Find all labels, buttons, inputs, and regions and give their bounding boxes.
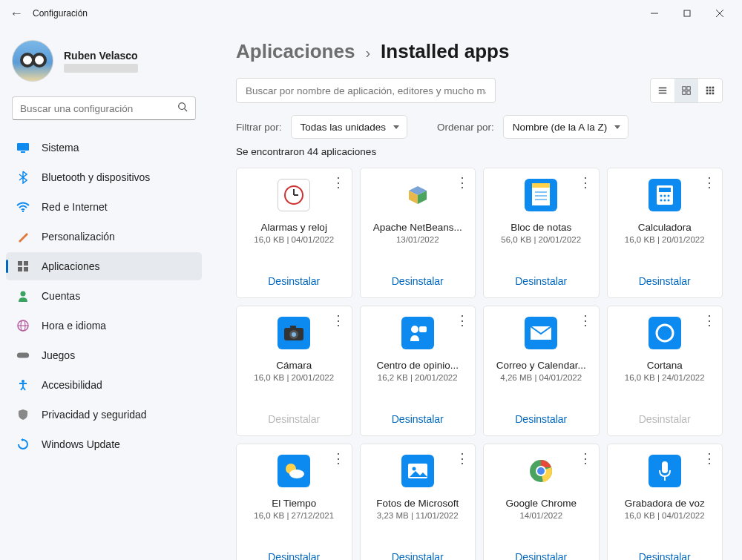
app-name: Apache NetBeans... — [367, 222, 470, 233]
uninstall-button[interactable]: Desinstalar — [392, 275, 444, 287]
breadcrumb-parent[interactable]: Aplicaciones — [236, 40, 355, 63]
app-meta: 13/01/2022 — [396, 235, 439, 244]
app-grid: ⋮Alarmas y reloj16,0 KB | 04/01/2022Desi… — [236, 168, 723, 560]
view-grid-medium-button[interactable] — [674, 79, 698, 102]
globe-icon — [16, 319, 30, 332]
more-options-button[interactable]: ⋮ — [454, 312, 469, 329]
more-options-button[interactable]: ⋮ — [578, 174, 593, 191]
more-options-button[interactable]: ⋮ — [578, 312, 593, 329]
svg-point-55 — [411, 326, 418, 333]
more-options-button[interactable]: ⋮ — [454, 174, 469, 191]
sidebar-item-update[interactable]: Windows Update — [6, 430, 202, 458]
uninstall-button[interactable]: Desinstalar — [515, 551, 567, 560]
svg-rect-52 — [290, 326, 296, 329]
sidebar-item-globe[interactable]: Hora e idioma — [6, 312, 202, 340]
svg-rect-17 — [17, 352, 29, 358]
sidebar-item-apps[interactable]: Aplicaciones — [6, 252, 202, 280]
svg-rect-7 — [21, 151, 25, 153]
svg-rect-56 — [419, 326, 427, 332]
uninstall-button[interactable]: Desinstalar — [268, 275, 320, 287]
app-card[interactable]: ⋮El Tiempo16,0 KB | 27/12/2021Desinstala… — [236, 444, 352, 560]
more-options-button[interactable]: ⋮ — [331, 450, 346, 467]
app-card[interactable]: ⋮Calculadora16,0 KB | 20/01/2022Desinsta… — [607, 168, 723, 298]
sidebar-item-label: Personalización — [42, 231, 115, 243]
app-name: Cortana — [614, 360, 717, 371]
sidebar-item-shield[interactable]: Privacidad y seguridad — [6, 401, 202, 429]
svg-point-65 — [537, 467, 545, 475]
app-card[interactable]: ⋮Apache NetBeans...13/01/2022Desinstalar — [360, 168, 476, 298]
svg-point-62 — [412, 467, 416, 471]
sidebar-item-wifi[interactable]: Red e Internet — [6, 193, 202, 221]
more-options-button[interactable]: ⋮ — [701, 450, 716, 467]
uninstall-button[interactable]: Desinstalar — [392, 551, 444, 560]
uninstall-button[interactable]: Desinstalar — [392, 413, 444, 425]
uninstall-button[interactable]: Desinstalar — [515, 413, 567, 425]
profile[interactable]: Ruben Velasco — [6, 37, 202, 96]
app-card[interactable]: ⋮Cortana16,0 KB | 24/01/2022Desinstalar — [607, 306, 723, 436]
app-name: Fotos de Microsoft — [367, 498, 470, 509]
sidebar-item-display[interactable]: Sistema — [6, 134, 202, 162]
settings-search-input[interactable] — [20, 103, 177, 114]
sidebar-item-brush[interactable]: Personalización — [6, 223, 202, 251]
app-card[interactable]: ⋮Centro de opinio...16,2 KB | 20/01/2022… — [360, 306, 476, 436]
app-card[interactable]: ⋮Grabadora de voz16,0 KB | 04/01/2022Des… — [607, 444, 723, 560]
app-icon — [401, 455, 434, 487]
more-options-button[interactable]: ⋮ — [578, 450, 593, 467]
sidebar-item-label: Bluetooth y dispositivos — [42, 171, 150, 183]
svg-point-58 — [657, 325, 673, 341]
app-name: Centro de opinio... — [367, 360, 470, 371]
uninstall-button[interactable]: Desinstalar — [639, 275, 691, 287]
svg-rect-33 — [709, 93, 712, 95]
more-options-button[interactable]: ⋮ — [454, 450, 469, 467]
filters: Filtrar por: Todas las unidades Ordenar … — [236, 115, 723, 139]
app-search-input[interactable] — [246, 85, 486, 96]
app-card[interactable]: ⋮Fotos de Microsoft3,23 MB | 11/01/2022D… — [360, 444, 476, 560]
svg-rect-30 — [709, 90, 712, 92]
svg-point-13 — [21, 291, 26, 297]
app-card[interactable]: ⋮Correo y Calendar...4,26 MB | 04/01/202… — [483, 306, 600, 436]
back-button[interactable]: ← — [6, 3, 27, 24]
svg-point-60 — [289, 470, 304, 478]
filter-by-select[interactable]: Todas las unidades — [291, 115, 408, 139]
sort-by-select[interactable]: Nombre (de la A la Z) — [503, 115, 629, 139]
app-icon — [401, 317, 434, 349]
app-meta: 16,0 KB | 24/01/2022 — [625, 373, 705, 382]
app-search[interactable] — [236, 78, 496, 103]
uninstall-button[interactable]: Desinstalar — [515, 275, 567, 287]
titlebar: ← Configuración — [0, 0, 742, 27]
sidebar-item-bluetooth[interactable]: Bluetooth y dispositivos — [6, 163, 202, 191]
svg-rect-6 — [17, 143, 29, 151]
app-card[interactable]: ⋮Bloc de notas56,0 KB | 20/01/2022Desins… — [483, 168, 600, 298]
app-card[interactable]: ⋮Alarmas y reloj16,0 KB | 04/01/2022Desi… — [236, 168, 352, 298]
display-icon — [16, 141, 30, 154]
app-name: Google Chrome — [490, 498, 593, 509]
app-card[interactable]: ⋮Cámara16,0 KB | 20/01/2022Desinstalar — [236, 306, 352, 436]
more-options-button[interactable]: ⋮ — [331, 174, 346, 191]
uninstall-button[interactable]: Desinstalar — [268, 551, 320, 560]
app-card[interactable]: ⋮Google Chrome14/01/2022Desinstalar — [483, 444, 600, 560]
app-name: Bloc de notas — [490, 222, 593, 233]
brush-icon — [16, 230, 30, 243]
view-grid-small-button[interactable] — [698, 79, 722, 102]
app-meta: 16,0 KB | 20/01/2022 — [625, 235, 705, 244]
avatar — [12, 40, 53, 82]
more-options-button[interactable]: ⋮ — [701, 174, 716, 191]
window-title: Configuración — [33, 8, 88, 19]
view-list-button[interactable] — [651, 79, 674, 102]
bluetooth-icon — [16, 171, 30, 184]
sidebar-item-label: Red e Internet — [42, 201, 108, 213]
uninstall-button[interactable]: Desinstalar — [639, 551, 691, 560]
close-button[interactable] — [703, 3, 736, 24]
minimize-button[interactable] — [638, 3, 671, 24]
svg-rect-10 — [24, 261, 28, 266]
sidebar-item-label: Windows Update — [42, 438, 120, 450]
app-name: Calculadora — [614, 222, 717, 233]
svg-rect-32 — [706, 93, 709, 95]
sidebar-item-access[interactable]: Accesibilidad — [6, 371, 202, 399]
sidebar-item-game[interactable]: Juegos — [6, 341, 202, 369]
maximize-button[interactable] — [671, 3, 703, 24]
more-options-button[interactable]: ⋮ — [701, 312, 716, 329]
settings-search[interactable] — [12, 96, 196, 120]
sidebar-item-person[interactable]: Cuentas — [6, 282, 202, 310]
more-options-button[interactable]: ⋮ — [331, 312, 346, 329]
